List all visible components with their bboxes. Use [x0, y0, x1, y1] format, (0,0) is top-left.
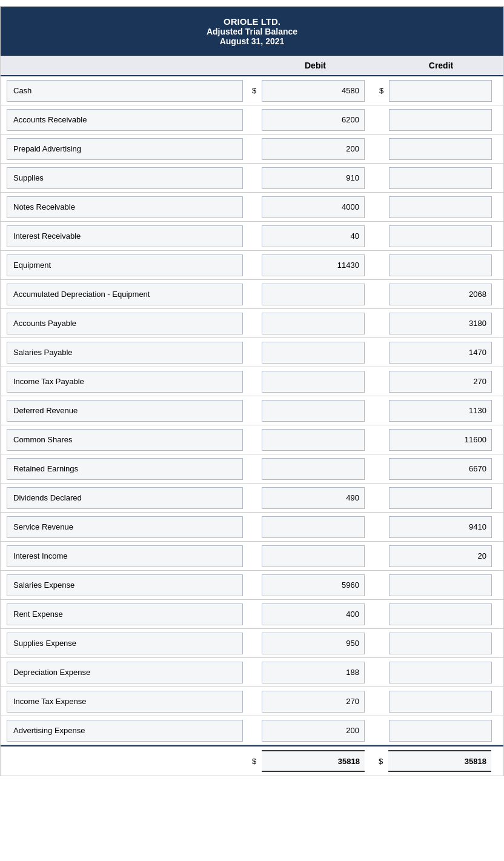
credit-cell — [379, 720, 504, 742]
account-name-box[interactable]: Accounts Receivable — [7, 109, 243, 131]
debit-amount-box[interactable] — [262, 371, 365, 393]
debit-amount-box[interactable]: 11430 — [262, 254, 365, 276]
table-row: Rent Expense 400 — [1, 600, 503, 629]
debit-amount-box[interactable]: 5960 — [262, 574, 365, 596]
account-name-box[interactable]: Depreciation Expense — [7, 662, 243, 683]
debit-amount-box[interactable] — [262, 429, 365, 451]
company-name: ORIOLE LTD. — [7, 16, 497, 27]
account-name-box[interactable]: Salaries Payable — [7, 342, 243, 364]
credit-amount-box[interactable] — [389, 487, 492, 509]
debit-amount-box[interactable]: 188 — [262, 662, 365, 683]
credit-amount-box[interactable]: 9410 — [389, 516, 492, 538]
credit-amount-box[interactable]: 2068 — [389, 284, 492, 305]
credit-amount-box[interactable]: 20 — [389, 545, 492, 567]
debit-cell — [252, 458, 379, 480]
debit-amount-box[interactable] — [262, 516, 365, 538]
credit-cell: 1470 — [379, 342, 504, 364]
credit-cell — [379, 109, 504, 131]
debit-cell: 11430 — [252, 254, 379, 276]
account-label-cell: Supplies — [1, 167, 252, 189]
debit-amount-box[interactable]: 910 — [262, 167, 365, 189]
credit-amount-box[interactable] — [389, 109, 492, 131]
debit-amount-box[interactable]: 950 — [262, 633, 365, 654]
debit-amount-box[interactable]: 270 — [262, 691, 365, 713]
debit-amount-box[interactable] — [262, 545, 365, 567]
account-label-cell: Deferred Revenue — [1, 400, 252, 422]
credit-amount-box[interactable] — [389, 603, 492, 625]
debit-amount-box[interactable]: 490 — [262, 487, 365, 509]
totals-row: $ 35818 $ 35818 — [1, 745, 503, 776]
account-name-box[interactable]: Income Tax Payable — [7, 371, 243, 393]
debit-amount-box[interactable]: 4000 — [262, 196, 365, 218]
credit-amount-box[interactable] — [389, 254, 492, 276]
credit-amount-box[interactable]: 1130 — [389, 400, 492, 422]
credit-cell: 3180 — [379, 313, 504, 334]
credit-cell: 6670 — [379, 458, 504, 480]
credit-amount-box[interactable]: 3180 — [389, 313, 492, 334]
account-name-box[interactable]: Supplies Expense — [7, 633, 243, 654]
account-label-cell: Income Tax Expense — [1, 691, 252, 713]
debit-amount-box[interactable]: 400 — [262, 603, 365, 625]
credit-amount-box[interactable]: 270 — [389, 371, 492, 393]
debit-cell — [252, 371, 379, 393]
account-name-box[interactable]: Equipment — [7, 254, 243, 276]
account-label-cell: Salaries Expense — [1, 574, 252, 596]
debit-amount-box[interactable]: 40 — [262, 225, 365, 247]
table-row: Advertising Expense 200 — [1, 716, 503, 745]
credit-amount-box[interactable] — [389, 196, 492, 218]
account-name-box[interactable]: Cash — [7, 80, 243, 102]
account-name-box[interactable]: Deferred Revenue — [7, 400, 243, 422]
debit-amount-box[interactable] — [262, 400, 365, 422]
account-name-box[interactable]: Retained Earnings — [7, 458, 243, 480]
credit-amount-box[interactable] — [389, 662, 492, 683]
credit-amount-box[interactable]: 6670 — [389, 458, 492, 480]
credit-cell — [379, 138, 504, 160]
credit-amount-box[interactable] — [389, 633, 492, 654]
account-label-cell: Dividends Declared — [1, 487, 252, 509]
account-name-box[interactable]: Prepaid Advertising — [7, 138, 243, 160]
account-name-box[interactable]: Advertising Expense — [7, 720, 243, 742]
credit-amount-box[interactable] — [389, 691, 492, 713]
account-name-box[interactable]: Accumulated Depreciation - Equipment — [7, 284, 243, 305]
account-name-box[interactable]: Income Tax Expense — [7, 691, 243, 713]
credit-amount-box[interactable] — [389, 225, 492, 247]
account-name-box[interactable]: Service Revenue — [7, 516, 243, 538]
account-label-cell: Income Tax Payable — [1, 371, 252, 393]
credit-amount-box[interactable] — [389, 80, 492, 102]
account-label-cell: Common Shares — [1, 429, 252, 451]
account-label-cell: Prepaid Advertising — [1, 138, 252, 160]
account-name-box[interactable]: Common Shares — [7, 429, 243, 451]
credit-amount-box[interactable]: 1470 — [389, 342, 492, 364]
debit-amount-box[interactable]: 200 — [262, 138, 365, 160]
debit-amount-box[interactable] — [262, 342, 365, 364]
account-name-box[interactable]: Salaries Expense — [7, 574, 243, 596]
credit-cell — [379, 574, 504, 596]
account-name-box[interactable]: Notes Receivable — [7, 196, 243, 218]
debit-cell: 400 — [252, 603, 379, 625]
credit-amount-box[interactable] — [389, 138, 492, 160]
table-row: Deferred Revenue 1130 — [1, 396, 503, 425]
table-row: Interest Receivable 40 — [1, 222, 503, 251]
credit-amount-box[interactable]: 11600 — [389, 429, 492, 451]
account-label-cell: Rent Expense — [1, 603, 252, 625]
debit-amount-box[interactable]: 6200 — [262, 109, 365, 131]
account-name-box[interactable]: Dividends Declared — [7, 487, 243, 509]
account-label-cell: Depreciation Expense — [1, 662, 252, 683]
debit-amount-box[interactable] — [262, 313, 365, 334]
debit-amount-box[interactable] — [262, 458, 365, 480]
table-row: Interest Income 20 — [1, 542, 503, 571]
account-name-box[interactable]: Supplies — [7, 167, 243, 189]
debit-cell — [252, 342, 379, 364]
debit-amount-box[interactable]: 4580 — [262, 80, 365, 102]
account-name-box[interactable]: Interest Receivable — [7, 225, 243, 247]
account-name-box[interactable]: Rent Expense — [7, 603, 243, 625]
credit-amount-box[interactable] — [389, 720, 492, 742]
debit-cell: 270 — [252, 691, 379, 713]
account-name-box[interactable]: Accounts Payable — [7, 313, 243, 334]
credit-amount-box[interactable] — [389, 167, 492, 189]
account-name-box[interactable]: Interest Income — [7, 545, 243, 567]
debit-amount-box[interactable]: 200 — [262, 720, 365, 742]
debit-amount-box[interactable] — [262, 284, 365, 305]
credit-column-header: Credit — [379, 61, 503, 70]
credit-amount-box[interactable] — [389, 574, 492, 596]
